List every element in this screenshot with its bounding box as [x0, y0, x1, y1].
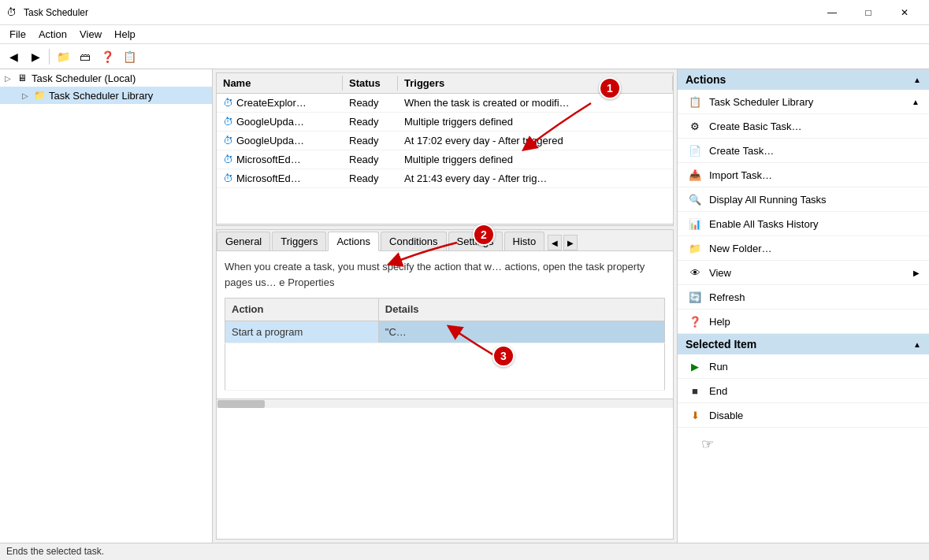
right-item-create-task[interactable]: 📄 Create Task… [678, 139, 929, 163]
tree-root[interactable]: ▷ 🖥 Task Scheduler (Local) [0, 69, 212, 87]
main-content: ▷ 🖥 Task Scheduler (Local) ▷ 📁 Task Sche… [0, 69, 929, 543]
window-controls: — □ ✕ [814, 0, 923, 25]
title-bar: ⏱ Task Scheduler — □ ✕ [0, 0, 929, 25]
maximize-button[interactable]: □ [850, 0, 886, 25]
right-item-disable[interactable]: ⬇ Disable [678, 403, 929, 428]
task-name-0: ⏱ CreateExplor… [217, 95, 343, 110]
annotation-1: 1 [599, 77, 621, 99]
menu-view[interactable]: View [73, 27, 108, 42]
toolbar-folder[interactable]: 📁 [53, 46, 73, 67]
right-item-enable-history[interactable]: 📊 Enable All Tasks History [678, 212, 929, 236]
toolbar: ◀ ▶ 📁 🗃 ❓ 📋 [0, 44, 929, 69]
right-actions-collapse[interactable]: ▲ [913, 76, 921, 84]
minimize-button[interactable]: — [814, 0, 850, 25]
right-section-selected-header[interactable]: Selected Item ▲ [678, 334, 929, 354]
action-row[interactable]: Start a program "C… [225, 321, 665, 343]
task-row[interactable]: ⏱ GoogleUpda… Ready Multiple triggers de… [217, 113, 673, 132]
tab-actions[interactable]: Actions [328, 232, 379, 251]
actions-col-action: Action [225, 299, 379, 321]
right-item-help[interactable]: ❓ Help [678, 310, 929, 334]
detail-hscrollbar[interactable] [217, 399, 673, 408]
right-item-refresh[interactable]: 🔄 Refresh [678, 285, 929, 310]
toolbar-forward[interactable]: ▶ [25, 46, 46, 67]
right-item-create-task-label: Create Task… [709, 145, 774, 157]
right-item-enable-history-label: Enable All Tasks History [709, 218, 819, 230]
menu-help[interactable]: Help [108, 27, 142, 42]
hscrollbar-thumb[interactable] [217, 225, 265, 226]
task-name-2: ⏱ GoogleUpda… [217, 133, 343, 148]
menu-file[interactable]: File [3, 27, 32, 42]
right-item-refresh-label: Refresh [709, 291, 745, 303]
task-row[interactable]: ⏱ MicrosoftEd… Ready Multiple triggers d… [217, 150, 673, 169]
actions-col-details: Details [378, 299, 664, 321]
action-row-empty [225, 343, 665, 391]
right-selected-collapse[interactable]: ▲ [913, 340, 921, 349]
tree-library[interactable]: ▷ 📁 Task Scheduler Library [0, 87, 212, 104]
tree-root-label: Task Scheduler (Local) [32, 72, 136, 84]
task-row[interactable]: ⏱ GoogleUpda… Ready At 17:02 every day -… [217, 132, 673, 150]
toolbar-question[interactable]: ❓ [97, 46, 117, 67]
task-trigger-4: At 21:43 every day - After trig… [398, 171, 673, 186]
annotation-3: 3 [492, 345, 515, 367]
toolbar-separator-1 [49, 49, 50, 65]
view-submenu-icon: ▶ [913, 269, 920, 277]
toolbar-clipboard[interactable]: 📋 [119, 46, 139, 67]
library-icon: 📋 [687, 94, 703, 109]
task-list-hscrollbar[interactable] [217, 224, 673, 226]
task-trigger-1: Multiple triggers defined [398, 114, 673, 129]
detail-area: General Triggers Actions Conditions Sett… [216, 229, 674, 540]
library-arrow-icon: ▲ [912, 98, 920, 106]
tree-library-label: Task Scheduler Library [49, 90, 153, 102]
right-item-library[interactable]: 📋 Task Scheduler Library ▲ [678, 90, 929, 114]
create-task-icon: 📄 [687, 143, 703, 158]
task-name-4: ⏱ MicrosoftEd… [217, 171, 343, 186]
tab-general[interactable]: General [217, 232, 270, 250]
new-folder-icon: 📁 [687, 240, 703, 256]
toolbar-back[interactable]: ◀ [3, 46, 24, 67]
task-status-4: Ready [343, 171, 398, 186]
menu-action[interactable]: Action [32, 27, 73, 42]
right-item-new-folder[interactable]: 📁 New Folder… [678, 236, 929, 261]
enable-history-icon: 📊 [687, 216, 703, 232]
status-text: Ends the selected task. [6, 546, 104, 557]
right-item-end[interactable]: ■ End [678, 379, 929, 403]
right-panel: Actions ▲ 📋 Task Scheduler Library ▲ ⚙ C… [677, 69, 929, 543]
right-section-actions-header[interactable]: Actions ▲ [678, 69, 929, 90]
right-item-library-label: Task Scheduler Library [709, 96, 813, 108]
computer-icon: 🖥 [16, 72, 28, 84]
right-item-view[interactable]: 👁 View ▶ [678, 261, 929, 285]
close-button[interactable]: ✕ [886, 0, 923, 25]
detail-content: When you create a task, you must specify… [217, 251, 673, 399]
tab-nav-left[interactable]: ◀ [548, 235, 562, 250]
right-item-display-running[interactable]: 🔍 Display All Running Tasks [678, 187, 929, 212]
task-name-1: ⏱ GoogleUpda… [217, 114, 343, 129]
right-item-end-label: End [709, 385, 727, 397]
end-icon: ■ [687, 383, 703, 399]
task-status-3: Ready [343, 152, 398, 167]
import-icon: 📥 [687, 167, 703, 183]
task-row[interactable]: ⏱ MicrosoftEd… Ready At 21:43 every day … [217, 169, 673, 188]
create-basic-icon: ⚙ [687, 118, 703, 134]
right-item-help-label: Help [709, 316, 730, 328]
actions-table: Action Details Start a program "C… [225, 298, 665, 391]
tab-triggers[interactable]: Triggers [272, 232, 326, 250]
detail-hscrollbar-thumb[interactable] [217, 400, 265, 408]
toolbar-list[interactable]: 🗃 [75, 46, 95, 67]
task-status-0: Ready [343, 95, 398, 110]
right-item-run[interactable]: ▶ Run [678, 354, 929, 379]
window-title: Task Scheduler [24, 7, 814, 18]
col-status: Status [343, 76, 398, 91]
tab-history[interactable]: Histo [504, 232, 545, 250]
task-trigger-2: At 17:02 every day - After triggered [398, 133, 673, 148]
task-status-1: Ready [343, 114, 398, 129]
col-name: Name [217, 76, 343, 91]
right-item-create-basic[interactable]: ⚙ Create Basic Task… [678, 114, 929, 139]
tab-conditions[interactable]: Conditions [381, 232, 446, 250]
tree-expand-icon: ▷ [5, 74, 14, 83]
tree-library-expand: ▷ [22, 91, 32, 100]
right-item-import[interactable]: 📥 Import Task… [678, 163, 929, 187]
tab-nav-right[interactable]: ▶ [563, 235, 578, 250]
right-item-import-label: Import Task… [709, 169, 772, 181]
left-panel: ▷ 🖥 Task Scheduler (Local) ▷ 📁 Task Sche… [0, 69, 213, 543]
action-cell-action: Start a program [225, 321, 379, 343]
